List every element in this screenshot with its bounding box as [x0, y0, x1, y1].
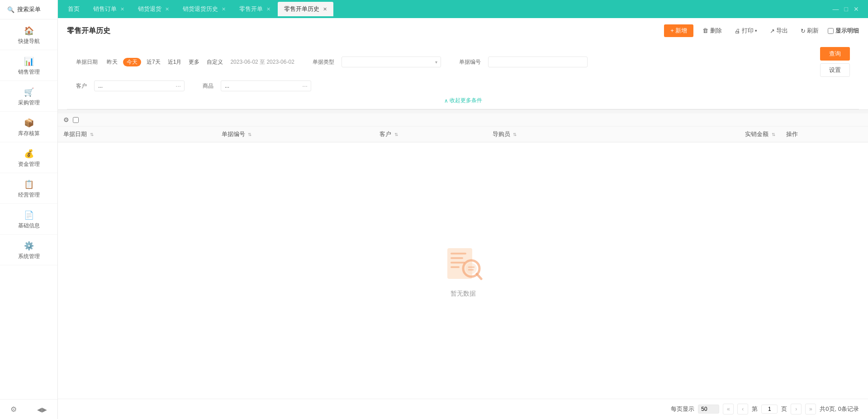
date-7days[interactable]: 近7天: [145, 58, 162, 66]
type-label: 单据类型: [313, 58, 334, 66]
tab-sales-return[interactable]: 销货退货 ✕: [132, 2, 175, 16]
close-tab-sales-return-history[interactable]: ✕: [222, 6, 226, 12]
money-icon: 💰: [24, 149, 34, 159]
sidebar-label-purchase-mgmt: 采购管理: [18, 99, 40, 107]
page-title-row: 零售开单历史 + 新增 🗑 删除 🖨 打印 ▾ ↗ 导出 ↻: [67, 24, 859, 37]
query-button[interactable]: 查询: [820, 47, 850, 61]
sidebar-label-quick-nav: 快捷导航: [18, 38, 40, 45]
tab-retail-open[interactable]: 零售开单 ✕: [233, 2, 277, 16]
sort-number-icon: ⇅: [248, 132, 251, 137]
sidebar-item-quick-nav[interactable]: 🏠 快捷导航: [0, 19, 57, 50]
select-all-checkbox[interactable]: [73, 117, 79, 123]
per-page-select[interactable]: 50 100 200: [698, 405, 719, 414]
sidebar-search[interactable]: 🔍 搜索采单: [0, 0, 57, 19]
close-tab-retail-open[interactable]: ✕: [266, 6, 270, 12]
close-tab-sales-return[interactable]: ✕: [165, 6, 169, 12]
goods-label: 商品: [203, 82, 213, 90]
export-icon: ↗: [770, 28, 775, 34]
col-number[interactable]: 单据编号 ⇅: [216, 127, 375, 142]
minimize-btn[interactable]: —: [833, 5, 839, 13]
print-chevron-icon: ▾: [755, 28, 757, 33]
col-salesperson[interactable]: 导购员 ⇅: [487, 127, 623, 142]
sidebar-item-basic-info[interactable]: 📄 基础信息: [0, 204, 57, 235]
last-page-btn[interactable]: »: [805, 404, 816, 414]
delete-button[interactable]: 🗑 删除: [699, 25, 726, 37]
table-toolbar: ⚙: [58, 113, 868, 127]
type-select[interactable]: [342, 56, 441, 67]
date-more[interactable]: 更多: [187, 58, 201, 66]
date-options: 昨天 今天 近7天 近1月 更多 自定义 2023-06-02 至 2023-0…: [105, 58, 294, 66]
box-icon: 📦: [24, 118, 34, 128]
prev-page-btn[interactable]: ‹: [737, 404, 748, 414]
table-settings-icon[interactable]: ⚙: [63, 116, 69, 123]
close-btn[interactable]: ✕: [854, 5, 859, 13]
sort-date-icon: ⇅: [90, 132, 94, 137]
clipboard-icon: 📋: [24, 179, 34, 189]
type-select-wrap: ▾: [342, 56, 441, 67]
goods-input-wrap: ···: [221, 80, 311, 91]
sidebar-label-inventory: 库存核算: [18, 130, 40, 137]
sidebar-item-sales-mgmt[interactable]: 📊 销售管理: [0, 50, 57, 81]
customer-label: 客户: [76, 82, 87, 90]
refresh-icon: ↻: [801, 28, 806, 34]
settings-icon[interactable]: ⚙: [10, 405, 17, 414]
table-header-row: 单据日期 ⇅ 单据编号 ⇅ 客户 ⇅ 导购员 ⇅: [58, 127, 868, 142]
sidebar-item-ops-mgmt[interactable]: 📋 经营管理: [0, 173, 57, 204]
close-tab-retail-open-history[interactable]: ✕: [323, 6, 327, 12]
sidebar-label-sys-mgmt: 系统管理: [18, 253, 40, 260]
current-page-input[interactable]: 1: [761, 405, 778, 414]
refresh-button[interactable]: ↻ 刷新: [797, 25, 822, 37]
home-icon: 🏠: [24, 26, 34, 36]
number-input[interactable]: [488, 56, 588, 67]
tab-retail-open-history[interactable]: 零售开单历史 ✕: [278, 2, 333, 16]
date-custom[interactable]: 自定义: [205, 58, 225, 66]
print-icon: 🖨: [735, 28, 740, 34]
col-customer[interactable]: 客户 ⇅: [374, 127, 487, 142]
display-detail-label[interactable]: 显示明细: [828, 27, 859, 35]
collapse-button[interactable]: ∧ 收起更多条件: [444, 97, 482, 104]
col-date[interactable]: 单据日期 ⇅: [58, 127, 216, 142]
export-button[interactable]: ↗ 导出: [766, 25, 792, 37]
customer-input-wrap: ···: [94, 80, 185, 91]
svg-rect-3: [451, 262, 465, 264]
page-header: 零售开单历史 + 新增 🗑 删除 🖨 打印 ▾ ↗ 导出 ↻: [58, 18, 868, 110]
customer-input[interactable]: [94, 80, 185, 91]
tab-home[interactable]: 首页: [62, 5, 86, 13]
content-area: 零售开单历史 + 新增 🗑 删除 🖨 打印 ▾ ↗ 导出 ↻: [58, 18, 868, 419]
toolbar: + 新增 🗑 删除 🖨 打印 ▾ ↗ 导出 ↻ 刷新: [664, 24, 859, 37]
maximize-btn[interactable]: □: [844, 5, 848, 13]
svg-line-7: [477, 274, 481, 279]
page-label-after: 页: [781, 405, 787, 413]
date-1month[interactable]: 近1月: [166, 58, 184, 66]
goods-input[interactable]: [221, 80, 311, 91]
close-tab-sales-order[interactable]: ✕: [120, 6, 124, 12]
customer-dots-icon[interactable]: ···: [175, 82, 181, 89]
tab-sales-order[interactable]: 销售订单 ✕: [87, 2, 131, 16]
first-page-btn[interactable]: «: [723, 404, 734, 414]
next-page-btn[interactable]: ›: [791, 404, 802, 414]
goods-dots-icon[interactable]: ···: [302, 82, 308, 89]
empty-state: 暂无数据: [58, 142, 868, 399]
main-area: 首页 销售订单 ✕ 销货退货 ✕ 销货退货历史 ✕ 零售开单 ✕ 零售开单历史 …: [58, 0, 868, 419]
sidebar-item-purchase-mgmt[interactable]: 🛒 采购管理: [0, 81, 57, 112]
collapse-sidebar-icon[interactable]: ◀▶: [37, 406, 47, 413]
table-area: ⚙ 单据日期 ⇅ 单据编号 ⇅ 客户: [58, 113, 868, 419]
chart-icon: 📊: [24, 56, 34, 66]
col-action: 操作: [781, 127, 868, 142]
print-button[interactable]: 🖨 打印 ▾: [731, 25, 761, 37]
svg-point-6: [466, 263, 477, 274]
col-amount[interactable]: 实销金额 ⇅: [622, 127, 781, 142]
display-detail-checkbox[interactable]: [828, 28, 834, 34]
query-buttons: 查询 设置: [820, 47, 850, 77]
sidebar-item-finance-mgmt[interactable]: 💰 资金管理: [0, 142, 57, 173]
window-controls: — □ ✕: [833, 5, 864, 13]
tab-sales-return-history[interactable]: 销货退货历史 ✕: [176, 2, 232, 16]
sidebar-item-sys-mgmt[interactable]: ⚙️ 系统管理: [0, 235, 57, 265]
date-today[interactable]: 今天: [123, 58, 141, 66]
date-yesterday[interactable]: 昨天: [105, 58, 119, 66]
sidebar-item-inventory[interactable]: 📦 库存核算: [0, 112, 57, 142]
doc-icon: 📄: [24, 210, 34, 220]
add-button[interactable]: + 新增: [664, 24, 693, 37]
gear-icon: ⚙️: [24, 241, 34, 251]
filter-settings-button[interactable]: 设置: [820, 63, 850, 77]
